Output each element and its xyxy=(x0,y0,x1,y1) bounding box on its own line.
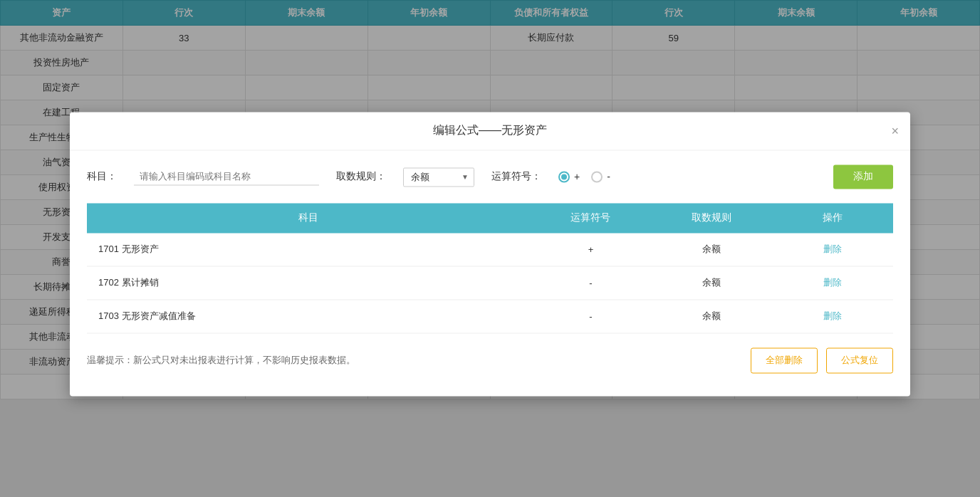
reset-formula-button[interactable]: 公式复位 xyxy=(826,347,893,373)
cell-action: 删除 xyxy=(772,233,893,266)
operator-plus-radio[interactable]: + xyxy=(558,171,580,182)
operator-radio-group: + - xyxy=(558,171,610,182)
operator-plus-label: + xyxy=(574,171,580,182)
operator-plus-circle xyxy=(558,171,570,182)
cell-action: 删除 xyxy=(772,266,893,300)
th-operator: 运算符号 xyxy=(531,203,652,233)
edit-formula-modal: 编辑公式——无形资产 × 科目： 取数规则： 余额 借方 贷方 借方发生额 贷方… xyxy=(70,112,910,396)
th-subject: 科目 xyxy=(87,203,531,233)
delete-row-button-2[interactable]: 删除 xyxy=(823,310,842,323)
cell-subject: 1703 无形资产减值准备 xyxy=(87,300,531,333)
warning-row: 温馨提示：新公式只对未出报表进行计算，不影响历史报表数据。 全部删除 公式复位 xyxy=(70,333,910,379)
cell-action: 删除 xyxy=(772,300,893,333)
table-row: 1702 累计摊销-余额删除 xyxy=(87,266,893,300)
subject-label: 科目： xyxy=(87,170,117,183)
cell-rule: 余额 xyxy=(651,233,772,266)
rule-select[interactable]: 余额 借方 贷方 借方发生额 贷方发生额 xyxy=(403,167,474,187)
delete-row-button-0[interactable]: 删除 xyxy=(823,243,842,256)
cell-operator: - xyxy=(531,266,652,300)
modal-title: 编辑公式——无形资产 xyxy=(433,123,547,138)
delete-row-button-1[interactable]: 删除 xyxy=(823,276,842,289)
modal-header: 编辑公式——无形资产 × xyxy=(70,112,910,150)
operator-minus-circle xyxy=(591,171,603,182)
cell-operator: + xyxy=(531,233,652,266)
add-button[interactable]: 添加 xyxy=(833,164,893,189)
table-header-row: 科目 运算符号 取数规则 操作 xyxy=(87,203,893,233)
formula-table-wrapper: 科目 运算符号 取数规则 操作 1701 无形资产+余额删除1702 累计摊销-… xyxy=(70,203,910,333)
cell-rule: 余额 xyxy=(651,266,772,300)
table-row: 1703 无形资产减值准备-余额删除 xyxy=(87,300,893,333)
cell-rule: 余额 xyxy=(651,300,772,333)
formula-table: 科目 运算符号 取数规则 操作 1701 无形资产+余额删除1702 累计摊销-… xyxy=(87,203,893,333)
warning-text: 温馨提示：新公式只对未出报表进行计算，不影响历史报表数据。 xyxy=(87,354,355,367)
operator-label: 运算符号： xyxy=(491,170,541,183)
cell-subject: 1702 累计摊销 xyxy=(87,266,531,300)
delete-all-button[interactable]: 全部删除 xyxy=(751,347,818,373)
formula-table-body: 1701 无形资产+余额删除1702 累计摊销-余额删除1703 无形资产减值准… xyxy=(87,233,893,333)
th-action: 操作 xyxy=(772,203,893,233)
formula-form: 科目： 取数规则： 余额 借方 贷方 借方发生额 贷方发生额 ▼ 运算符号： +… xyxy=(70,150,910,203)
cell-operator: - xyxy=(531,300,652,333)
modal-close-button[interactable]: × xyxy=(891,125,899,137)
rule-label: 取数规则： xyxy=(336,170,386,183)
cell-subject: 1701 无形资产 xyxy=(87,233,531,266)
rule-select-wrapper: 余额 借方 贷方 借方发生额 贷方发生额 ▼ xyxy=(403,167,474,187)
table-row: 1701 无形资产+余额删除 xyxy=(87,233,893,266)
th-rule: 取数规则 xyxy=(651,203,772,233)
subject-input[interactable] xyxy=(134,168,319,185)
footer-buttons: 全部删除 公式复位 xyxy=(751,347,893,373)
operator-minus-label: - xyxy=(607,171,610,182)
operator-minus-radio[interactable]: - xyxy=(591,171,610,182)
